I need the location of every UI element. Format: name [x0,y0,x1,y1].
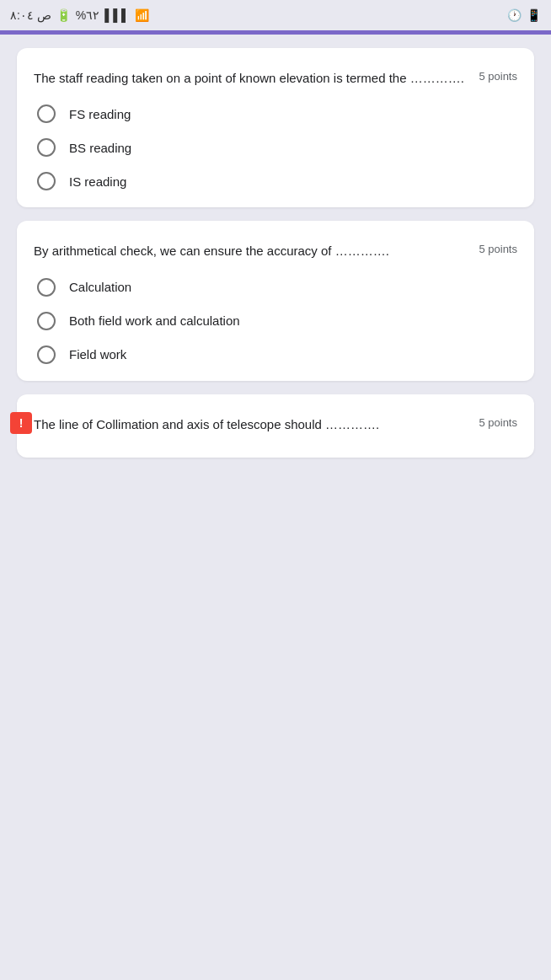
option-fs-reading[interactable]: FS reading [37,104,517,123]
points-label-3: 5 points [479,415,517,429]
option-label-fs-reading: FS reading [69,105,131,123]
status-bar: ص ٨:٠٤ 🔋 %٦٢ ▌▌▌ 📶 🕐 📱 [0,0,551,30]
time-display: ص ٨:٠٤ [10,8,51,22]
question-header-2: By arithmetical check, we can ensure the… [34,241,517,260]
option-calculation[interactable]: Calculation [37,278,517,297]
option-label-both-field-calculation: Both field work and calculation [69,312,240,329]
alarm-icon: 🕐 [507,8,522,22]
comment-icon: ! [10,412,32,434]
option-label-is-reading: IS reading [69,173,126,190]
status-right: 🕐 📱 [507,8,541,22]
option-bs-reading[interactable]: BS reading [37,138,517,157]
page-content: The staff reading taken on a point of kn… [0,35,551,474]
option-label-field-work: Field work [69,345,126,363]
points-label-1: 5 points [479,68,517,83]
option-field-work[interactable]: Field work [37,345,517,364]
points-label-2: 5 points [479,241,517,255]
radio-is-reading[interactable] [37,172,56,190]
radio-fs-reading[interactable] [37,104,56,123]
question-header-1: The staff reading taken on a point of kn… [34,68,517,88]
signal-icon: ▌▌▌ [104,8,130,22]
wifi-icon: 📶 [135,8,149,22]
question-text-2: By arithmetical check, we can ensure the… [34,241,479,260]
options-list-1: FS reading BS reading IS reading [34,104,517,190]
option-label-calculation: Calculation [69,278,131,296]
question-card-2: By arithmetical check, we can ensure the… [17,221,534,380]
question-text-3: The line of Collimation and axis of tele… [34,415,479,434]
question-text-1: The staff reading taken on a point of kn… [34,68,479,88]
radio-calculation[interactable] [37,278,56,297]
option-is-reading[interactable]: IS reading [37,172,517,190]
question-header-3: The line of Collimation and axis of tele… [34,415,517,434]
radio-field-work[interactable] [37,345,56,364]
question-card-1: The staff reading taken on a point of kn… [17,48,534,207]
option-label-bs-reading: BS reading [69,139,131,157]
battery-full-icon: 📱 [527,8,541,22]
options-list-2: Calculation Both field work and calculat… [34,278,517,364]
battery-percent: %٦٢ [76,8,99,22]
radio-bs-reading[interactable] [37,138,56,157]
battery-icon: 🔋 [56,8,71,22]
option-both-field-calculation[interactable]: Both field work and calculation [37,312,517,330]
question-card-3: ! The line of Collimation and axis of te… [17,394,534,458]
status-left: ص ٨:٠٤ 🔋 %٦٢ ▌▌▌ 📶 [10,8,149,22]
radio-both-field-calculation[interactable] [37,312,56,330]
